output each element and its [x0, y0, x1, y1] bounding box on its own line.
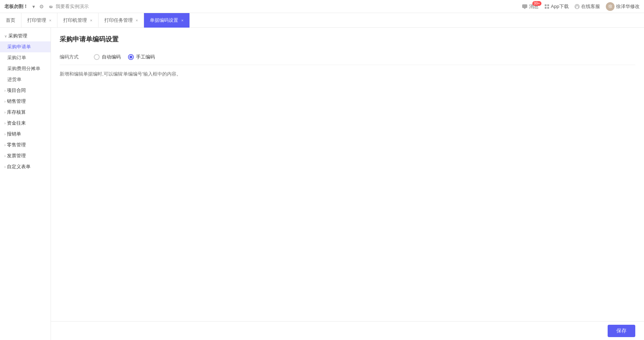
tab-barcode-setting-close[interactable]: ×: [181, 18, 183, 23]
settings-icon[interactable]: ⚙: [39, 4, 44, 9]
avatar: 徐: [606, 2, 615, 11]
user-name: 徐泽华修改: [616, 3, 640, 10]
app-label: App下载: [551, 3, 569, 10]
sidebar-group-purchase-mgmt[interactable]: ∨ 采购管理: [0, 31, 51, 41]
sidebar-item-purchase-req[interactable]: 采购申请单: [0, 41, 51, 52]
sidebar-group-returns[interactable]: › 报销单: [0, 129, 51, 139]
sidebar-group-invoice-label: 发票管理: [7, 153, 26, 159]
svg-rect-10: [576, 7, 576, 8]
svg-rect-7: [545, 7, 547, 9]
tab-print-task-mgmt-close[interactable]: ×: [136, 18, 138, 23]
content-area: 采购申请单编码设置 编码方式 自动编码 手工编码: [51, 28, 644, 340]
sidebar-group-project-contract[interactable]: › 项目合同: [0, 85, 51, 96]
service-btn[interactable]: 在线客服: [575, 3, 600, 10]
demo-link[interactable]: 我要看实例演示: [48, 3, 89, 10]
manual-coding-radio[interactable]: 手工编码: [128, 54, 155, 60]
manual-coding-label: 手工编码: [136, 54, 155, 60]
sidebar-item-purchase-expense[interactable]: 采购费用分摊单: [0, 63, 51, 74]
svg-point-9: [575, 4, 579, 9]
group-arrow-sales: ›: [4, 100, 5, 104]
save-button[interactable]: 保存: [608, 325, 635, 337]
sidebar-group-purchase-label: 采购管理: [8, 33, 27, 39]
tab-bar: 首页 打印管理 × 打印机管理 × 打印任务管理 × 单据编码设置 ×: [0, 13, 644, 28]
message-btn[interactable]: 消息 99+: [522, 3, 539, 10]
dropdown-icon[interactable]: ▾: [32, 4, 35, 9]
coding-section: 编码方式 自动编码 手工编码: [51, 49, 644, 65]
group-arrow-retail: ›: [4, 143, 5, 147]
sidebar-group-invoice-mgmt[interactable]: › 发票管理: [0, 150, 51, 161]
description-text: 新增和编辑单据编时,可以编辑'单编编号'输入框中的内容。: [51, 65, 644, 83]
sidebar-group-sales-label: 销售管理: [7, 98, 26, 105]
main-layout: ∨ 采购管理 采购申请单 采购订单 采购费用分摊单 进货单 › 项目合同 › 销…: [0, 28, 644, 340]
auto-coding-radio[interactable]: 自动编码: [94, 54, 121, 60]
top-bar: 老板勿割！ ▾ ⚙ 我要看实例演示 消息 99+: [0, 0, 644, 13]
service-icon: [575, 4, 580, 9]
tab-barcode-setting[interactable]: 单据编码设置 ×: [144, 13, 189, 28]
sidebar-group-project-label: 项目合同: [7, 87, 26, 94]
demo-text: 我要看实例演示: [56, 3, 89, 10]
group-arrow-inventory: ›: [4, 110, 5, 114]
sidebar-group-sales-mgmt[interactable]: › 销售管理: [0, 96, 51, 107]
group-arrow-custom: ›: [4, 165, 5, 169]
sidebar-item-purchase-order[interactable]: 采购订单: [0, 52, 51, 63]
svg-point-2: [51, 5, 53, 7]
tab-print-mgmt-label: 打印管理: [27, 17, 46, 24]
sidebar: ∨ 采购管理 采购申请单 采购订单 采购费用分摊单 进货单 › 项目合同 › 销…: [0, 28, 51, 340]
svg-rect-3: [522, 4, 527, 8]
tab-home-label: 首页: [6, 17, 15, 24]
sidebar-group-retail-label: 零售管理: [7, 142, 26, 148]
tab-printer-mgmt-close[interactable]: ×: [90, 18, 92, 23]
svg-rect-5: [545, 4, 547, 6]
top-bar-right: 消息 99+ App下载 在线客服 徐 徐泽华修: [522, 2, 640, 11]
tab-barcode-setting-label: 单据编码设置: [150, 17, 178, 24]
user-profile[interactable]: 徐 徐泽华修改: [606, 2, 640, 11]
tab-print-mgmt-close[interactable]: ×: [49, 18, 51, 23]
svg-rect-6: [547, 4, 549, 6]
auto-coding-circle[interactable]: [94, 54, 100, 60]
sidebar-group-retail-mgmt[interactable]: › 零售管理: [0, 139, 51, 150]
sidebar-group-custom-forms[interactable]: › 自定义表单: [0, 161, 51, 172]
app-download-btn[interactable]: App下载: [544, 3, 569, 10]
service-label: 在线客服: [581, 3, 600, 10]
group-arrow-fund: ›: [4, 121, 5, 125]
tab-print-task-mgmt-label: 打印任务管理: [104, 17, 133, 24]
group-arrow-invoice: ›: [4, 154, 5, 158]
sidebar-group-inventory-label: 库存核算: [7, 109, 26, 116]
sidebar-group-returns-label: 报销单: [7, 131, 21, 137]
footer: 保存: [51, 321, 644, 340]
app-icon: [544, 4, 549, 9]
svg-rect-8: [547, 7, 549, 9]
group-arrow-project: ›: [4, 89, 5, 93]
top-bar-left: 老板勿割！ ▾ ⚙ 我要看实例演示: [4, 3, 89, 10]
sidebar-group-fund[interactable]: › 资金往来: [0, 118, 51, 129]
page-title: 采购申请单编码设置: [51, 28, 644, 49]
sidebar-group-custom-label: 自定义表单: [7, 163, 31, 170]
message-badge: 99+: [532, 1, 541, 6]
svg-marker-4: [524, 8, 526, 9]
tab-print-task-mgmt[interactable]: 打印任务管理 ×: [99, 13, 144, 28]
tab-home[interactable]: 首页: [0, 13, 21, 28]
group-arrow-returns: ›: [4, 132, 5, 136]
tab-print-mgmt[interactable]: 打印管理 ×: [21, 13, 57, 28]
content-inner: 采购申请单编码设置 编码方式 自动编码 手工编码: [51, 28, 644, 321]
coding-label: 编码方式: [60, 54, 85, 60]
cloud-icon: [48, 4, 53, 9]
logo: 老板勿割！: [4, 3, 28, 10]
group-arrow-purchase: ∨: [4, 34, 7, 38]
svg-rect-11: [578, 7, 579, 8]
message-icon: [522, 4, 528, 9]
sidebar-item-goods-receipt[interactable]: 进货单: [0, 74, 51, 85]
radio-group: 自动编码 手工编码: [94, 54, 155, 60]
tab-printer-mgmt-label: 打印机管理: [63, 17, 87, 24]
auto-coding-label: 自动编码: [102, 54, 121, 60]
sidebar-group-inventory[interactable]: › 库存核算: [0, 107, 51, 118]
manual-coding-circle[interactable]: [128, 54, 134, 60]
coding-row: 编码方式 自动编码 手工编码: [60, 49, 635, 65]
tab-printer-mgmt[interactable]: 打印机管理 ×: [57, 13, 98, 28]
sidebar-group-fund-label: 资金往来: [7, 120, 26, 126]
